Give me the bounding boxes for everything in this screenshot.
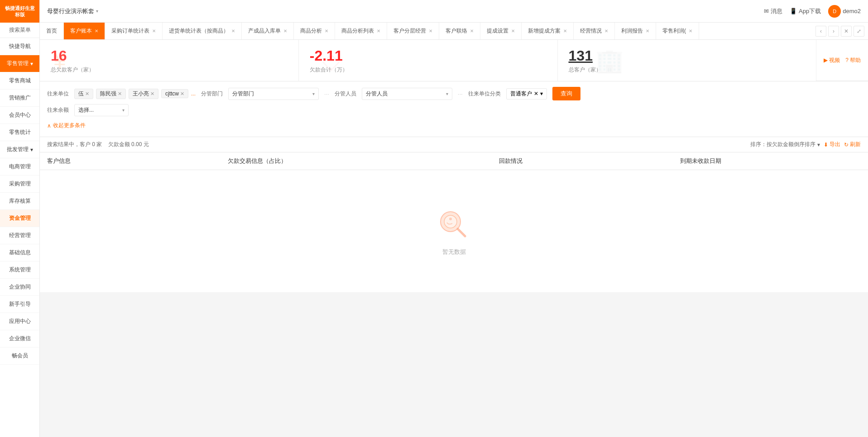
sidebar-item-sys-mgmt[interactable]: 系统管理 — [0, 261, 39, 279]
avatar: D — [828, 5, 841, 18]
tab-close-accounts-receivable[interactable]: ✕ — [95, 28, 98, 33]
tab-retail-profit[interactable]: 零售利润( ✕ — [656, 23, 699, 39]
help-link[interactable]: ? 帮助 — [845, 57, 861, 64]
sidebar-item-ecom[interactable]: 电商管理 — [0, 158, 39, 176]
topbar-right: ✉ 消息 📱 App下载 D demo2 — [764, 5, 861, 18]
tab-accounts-receivable[interactable]: 客户账本 ✕ — [64, 23, 105, 39]
unit-class-select[interactable]: 普通客户 ✕ ▾ — [506, 88, 547, 100]
sidebar-item-marketing[interactable]: 营销推广 — [0, 90, 39, 107]
account-selector[interactable]: 母婴行业演示帐套 ▾ — [47, 7, 98, 15]
tab-close-product-analysis[interactable]: ✕ — [325, 28, 328, 33]
tab-maximize[interactable]: ⤢ — [854, 26, 864, 37]
tab-close-product-analysis-list[interactable]: ✕ — [377, 28, 380, 33]
svg-point-3 — [449, 218, 452, 220]
sidebar-item-label: 搜索菜单 — [9, 27, 31, 33]
sort-label-text: 排序：按欠款金额倒序排序 — [750, 141, 815, 148]
tab-close-retail-profit[interactable]: ✕ — [689, 28, 692, 33]
tab-close-product-inbound[interactable]: ✕ — [283, 28, 287, 33]
refresh-button[interactable]: ↻ 刷新 — [844, 141, 861, 148]
app-download-label: App下载 — [799, 7, 821, 15]
tab-product-inbound[interactable]: 产成品入库单 ✕ — [242, 23, 294, 39]
sidebar-item-corp-collab[interactable]: 企业协同 — [0, 279, 39, 296]
tab-home[interactable]: 首页 — [40, 23, 64, 39]
tab-customer-contact[interactable]: 客户联络 ✕ — [439, 23, 480, 39]
tab-close-raise-settings[interactable]: ✕ — [511, 28, 515, 33]
remove-tag-cjttcw[interactable]: ✕ — [180, 91, 184, 97]
sort-arrow-icon: ▾ — [817, 142, 820, 148]
sidebar-item-search[interactable]: 搜索菜单 — [0, 23, 39, 38]
tab-ops-status[interactable]: 经营情况 ✕ — [574, 23, 615, 39]
sidebar-item-batch-mgmt[interactable]: 批发管理 ▾ — [0, 141, 39, 158]
sidebar-item-member[interactable]: 会员中心 — [0, 107, 39, 124]
filter-area: 往来单位 伍 ✕ 陈民强 ✕ 王小亮 ✕ cjttcw — [40, 81, 868, 137]
unit-tag-chen: 陈民强 ✕ — [96, 89, 126, 99]
unit-class-arrow: ▾ — [540, 90, 543, 97]
tab-raise-settings[interactable]: 提成设置 ✕ — [480, 23, 522, 39]
sidebar-item-newbie[interactable]: 新手引导 — [0, 296, 39, 313]
sidebar-item-retail-mgmt[interactable]: 零售管理 ▾ — [0, 55, 39, 72]
message-icon: ✉ — [764, 8, 769, 14]
sidebar-item-app-center[interactable]: 应用中心 — [0, 313, 39, 330]
message-button[interactable]: ✉ 消息 — [764, 7, 782, 15]
dept-select-value: 分管部门 — [232, 90, 254, 98]
sidebar-item-capital[interactable]: 资金管理 — [0, 210, 39, 227]
person-select-arrow: ▾ — [446, 91, 448, 96]
table-col-due-date: 到期未收款日期 — [680, 157, 861, 165]
tab-close-all[interactable]: ✕ — [841, 26, 852, 37]
sidebar-item-retail-mall[interactable]: 零售商城 — [0, 72, 39, 90]
tab-close-purchase-order[interactable]: ✕ — [152, 28, 156, 33]
remove-tag-wu[interactable]: ✕ — [85, 91, 89, 97]
tab-scroll-right[interactable]: › — [828, 26, 839, 37]
sort-selector[interactable]: 排序：按欠款金额倒序排序 ▾ — [750, 141, 820, 148]
tab-close-ops-status[interactable]: ✕ — [604, 28, 608, 33]
sidebar: 畅捷通好生意 标版 搜索菜单 快捷导航 零售管理 ▾ 零售商城 营销推广 会员中… — [0, 0, 40, 437]
tab-close-inbound-stats[interactable]: ✕ — [231, 28, 235, 33]
export-button[interactable]: ⬇ 导出 — [824, 141, 840, 148]
tab-close-profit-report[interactable]: ✕ — [646, 28, 649, 33]
video-icon: ▶ — [824, 57, 828, 63]
tab-product-analysis[interactable]: 商品分析 ✕ — [294, 23, 335, 39]
sidebar-item-wechat-work[interactable]: 企业微信 — [0, 330, 39, 347]
tab-new-raise-plan[interactable]: 新增提成方案 ✕ — [522, 23, 574, 39]
dept-label: 分管部门 — [201, 90, 223, 98]
app-download-button[interactable]: 📱 App下载 — [790, 7, 821, 15]
remove-tag-wang[interactable]: ✕ — [150, 91, 154, 97]
account-selector-arrow: ▾ — [96, 9, 98, 14]
sidebar-item-vip-member[interactable]: 畅会员 — [0, 347, 39, 365]
sidebar-item-quick-nav[interactable]: 快捷导航 — [0, 38, 39, 55]
stat-total-customers-value: 131 — [569, 47, 593, 64]
sidebar-item-retail-stat[interactable]: 零售统计 — [0, 124, 39, 141]
tab-profit-report[interactable]: 利润报告 ✕ — [615, 23, 656, 39]
query-button[interactable]: 查询 — [552, 87, 580, 100]
tab-close-customer-tier[interactable]: ✕ — [429, 28, 432, 33]
tab-close-customer-contact[interactable]: ✕ — [470, 28, 474, 33]
message-label: 消息 — [771, 7, 782, 15]
remove-tag-chen[interactable]: ✕ — [118, 91, 122, 97]
video-link[interactable]: ▶ 视频 — [824, 57, 840, 64]
tab-close-new-raise-plan[interactable]: ✕ — [563, 28, 567, 33]
sidebar-item-ops[interactable]: 经营管理 — [0, 227, 39, 244]
tab-purchase-order-stats[interactable]: 采购订单统计表 ✕ — [105, 23, 163, 39]
balance-select[interactable]: 选择... ▾ — [74, 104, 129, 116]
sidebar-item-purchase[interactable]: 采购管理 — [0, 176, 39, 193]
page-content: ¥ 16 总欠款客户（家） ◇ -2.11 欠款合计（万） 🏢 131 总客户（… — [40, 40, 868, 437]
tab-inbound-stats[interactable]: 进货单统计表（按商品） ✕ — [163, 23, 242, 39]
tab-scroll-left[interactable]: ‹ — [815, 26, 826, 37]
user-avatar-area[interactable]: D demo2 — [828, 5, 861, 18]
topbar: 母婴行业演示帐套 ▾ ✉ 消息 📱 App下载 D demo2 — [40, 0, 868, 23]
person-select[interactable]: 分管人员 ▾ — [362, 88, 452, 100]
filter-more-tags[interactable]: ... — [191, 90, 196, 97]
collapse-filter-btn[interactable]: ∧ 收起更多条件 — [47, 122, 861, 129]
tab-product-analysis-list[interactable]: 商品分析列表 ✕ — [335, 23, 387, 39]
stat-overdue-customers: 16 总欠款客户（家） — [40, 40, 299, 81]
sidebar-item-inventory[interactable]: 库存核算 — [0, 193, 39, 210]
unit-class-tag-normal: 普通客户 — [510, 90, 532, 98]
tab-customer-tier[interactable]: 客户分层经营 ✕ — [387, 23, 439, 39]
help-icon: ? — [845, 57, 849, 63]
table-header: 客户信息 欠款交易信息（占比） 回款情况 到期未收款日期 — [40, 152, 868, 170]
dept-select[interactable]: 分管部门 ▾ — [228, 88, 319, 100]
sidebar-item-basic-info[interactable]: 基础信息 — [0, 244, 39, 261]
remove-unit-class-normal[interactable]: ✕ — [534, 90, 538, 97]
stat-overdue-amount: -2.11 欠款合计（万） — [299, 40, 558, 81]
export-icon: ⬇ — [824, 142, 828, 148]
